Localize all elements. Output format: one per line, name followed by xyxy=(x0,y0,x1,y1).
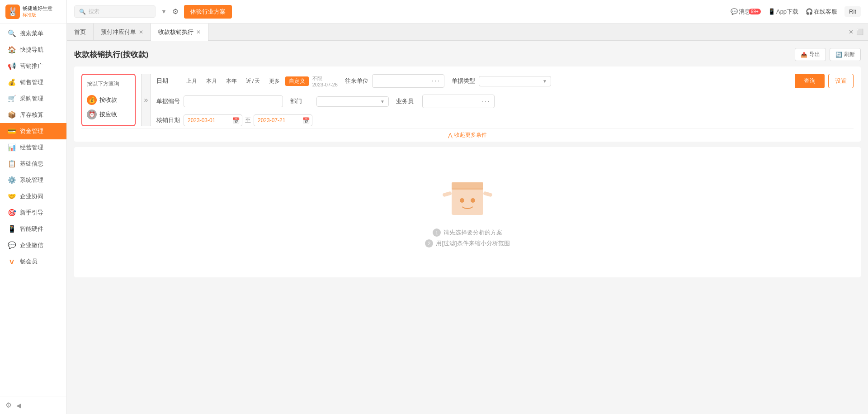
receivable-icon: ⏰ xyxy=(87,109,97,119)
sidebar-item-member[interactable]: V 畅会员 xyxy=(0,253,66,270)
dept-field: 部门 ▼ xyxy=(290,96,389,107)
settings-icon[interactable]: ⚙ xyxy=(5,401,12,409)
sidebar-item-wechat[interactable]: 💬 企业微信 xyxy=(0,237,66,253)
app-name: 畅捷通好生意 xyxy=(23,5,52,11)
verify-date-end-wrap: 📅 xyxy=(254,114,312,126)
sidebar-item-hardware[interactable]: 📱 智能硬件 xyxy=(0,221,66,237)
sidebar: 🐰 畅捷通好生意 标准版 🔍 搜索菜单 🏠 快捷导航 📢 营销推广 💰 销售管理… xyxy=(0,0,67,414)
svg-rect-1 xyxy=(452,182,483,190)
filter-body: 按以下方查询 💰 按收款 ⏰ 按应收 » xyxy=(81,74,854,126)
search-bar[interactable]: 🔍 搜索 xyxy=(74,5,156,18)
close-window-icon[interactable]: ✕ xyxy=(849,29,854,35)
filter-panel: 按以下方查询 💰 按收款 ⏰ 按应收 » xyxy=(74,67,861,142)
empty-hint-2: 2 用[过滤]条件来缩小分析范围 xyxy=(425,239,509,247)
tab2-close-icon[interactable]: ✕ xyxy=(196,29,201,35)
service-icon: 🎧 xyxy=(806,8,813,15)
sidebar-item-basics[interactable]: 📋 基础信息 xyxy=(0,156,66,172)
tabbar: 首页 预付冲应付单 ✕ 收款核销执行 ✕ ✕ ⬜ xyxy=(67,24,868,41)
page-content: 收款核销执行(按收款) 📤 导出 🔄 刷新 按以下方查询 💰 xyxy=(67,41,868,414)
flash-icon: 🏠 xyxy=(7,46,16,54)
maximize-window-icon[interactable]: ⬜ xyxy=(856,29,863,35)
date-custom-btn[interactable]: 自定义 xyxy=(285,76,309,86)
online-service-btn[interactable]: 🎧 在线客服 xyxy=(806,8,837,16)
counterparty-dots-icon[interactable]: ··· xyxy=(432,77,440,85)
nav-menu: 🔍 搜索菜单 🏠 快捷导航 📢 营销推广 💰 销售管理 🛒 采购管理 📦 库存核… xyxy=(0,24,66,396)
filter-type-selector: 按以下方查询 💰 按收款 ⏰ 按应收 xyxy=(81,74,136,126)
verify-date-start-wrap: 📅 xyxy=(184,114,242,126)
sidebar-bottom: ⚙ ◀ xyxy=(0,396,66,414)
bill-type-select[interactable]: ▼ xyxy=(479,76,551,86)
setting-button[interactable]: 设置 xyxy=(828,74,854,88)
date-more-btn[interactable]: 更多 xyxy=(265,76,283,86)
filter-row-3: 核销日期 📅 至 📅 xyxy=(156,114,854,126)
bill-no-label: 单据编号 xyxy=(156,97,180,105)
sidebar-item-guide[interactable]: 🎯 新手引导 xyxy=(0,205,66,221)
topbar-chevron-icon[interactable]: ▼ xyxy=(161,8,167,15)
verify-date-start-calendar-icon[interactable]: 📅 xyxy=(232,117,240,124)
sidebar-item-enterprise[interactable]: 🤝 企业协同 xyxy=(0,188,66,205)
sales-icon: 💰 xyxy=(7,78,16,86)
gear-icon[interactable]: ⚙ xyxy=(172,7,179,16)
tabbar-window-actions: ✕ ⬜ xyxy=(844,29,868,35)
page-actions: 📤 导出 🔄 刷新 xyxy=(795,48,861,61)
export-button[interactable]: 📤 导出 xyxy=(795,48,826,61)
topbar-right: 💬 消息 99+ 📱 App下载 🎧 在线客服 Rit xyxy=(731,6,861,17)
date-this-year-btn[interactable]: 本年 xyxy=(222,76,241,86)
salesperson-dots-icon[interactable]: ··· xyxy=(482,97,491,105)
svg-point-3 xyxy=(471,198,475,203)
salesperson-field: 业务员 ··· xyxy=(396,95,495,108)
bill-no-field: 单据编号 xyxy=(156,95,283,107)
user-name[interactable]: Rit xyxy=(844,6,861,17)
export-icon: 📤 xyxy=(801,52,807,58)
sidebar-item-quick-nav[interactable]: 🏠 快捷导航 xyxy=(0,42,66,58)
tab-home[interactable]: 首页 xyxy=(67,24,94,41)
system-icon: ⚙️ xyxy=(7,176,16,184)
message-badge: 99+ xyxy=(749,9,761,14)
filter-by-receivable[interactable]: ⏰ 按应收 xyxy=(87,109,130,119)
sidebar-item-purchase[interactable]: 🛒 采购管理 xyxy=(0,90,66,107)
verify-date-end-calendar-icon[interactable]: 📅 xyxy=(302,117,310,124)
collapse-sidebar-icon[interactable]: ◀ xyxy=(16,402,21,409)
date-nolimit-text: 不限 2023-07-26 xyxy=(312,75,338,87)
tab-prepay[interactable]: 预付冲应付单 ✕ xyxy=(94,24,151,41)
main-area: 🔍 搜索 ▼ ⚙ 体验行业方案 💬 消息 99+ 📱 App下载 🎧 在线客服 … xyxy=(67,0,868,414)
verify-date-range: 📅 至 📅 xyxy=(184,114,312,126)
verify-date-field: 核销日期 📅 至 📅 xyxy=(156,114,312,126)
dept-select[interactable]: ▼ xyxy=(316,96,389,107)
query-button[interactable]: 查询 xyxy=(795,74,825,88)
sidebar-item-finance[interactable]: 💳 资金管理 xyxy=(0,123,66,139)
topbar: 🔍 搜索 ▼ ⚙ 体验行业方案 💬 消息 99+ 📱 App下载 🎧 在线客服 … xyxy=(67,0,868,24)
filter-row-2: 单据编号 部门 ▼ 业务员 xyxy=(156,95,854,108)
search-icon: 🔍 xyxy=(7,29,16,38)
collapse-arrow-icon: ⋀ xyxy=(448,132,453,138)
date-this-month-btn[interactable]: 本月 xyxy=(203,76,221,86)
tab-write-off[interactable]: 收款核销执行 ✕ xyxy=(151,24,208,41)
sidebar-item-sales[interactable]: 💰 销售管理 xyxy=(0,74,66,90)
svg-rect-4 xyxy=(442,191,452,197)
sidebar-item-system[interactable]: ⚙️ 系统管理 xyxy=(0,172,66,188)
download-icon: 📱 xyxy=(768,8,775,15)
empty-state: 1 请先选择要分析的方案 2 用[过滤]条件来缩小分析范围 xyxy=(74,147,861,277)
bill-type-label: 单据类型 xyxy=(452,77,475,85)
date-last-month-btn[interactable]: 上月 xyxy=(183,76,201,86)
empty-illustration xyxy=(440,174,495,219)
industry-solution-button[interactable]: 体验行业方案 xyxy=(184,5,232,19)
tab1-close-icon[interactable]: ✕ xyxy=(139,29,143,35)
sidebar-item-operations[interactable]: 📊 经营管理 xyxy=(0,139,66,156)
search-icon: 🔍 xyxy=(79,9,86,15)
filter-by-receipt[interactable]: 💰 按收款 xyxy=(87,95,130,105)
counterparty-input[interactable]: ··· xyxy=(372,74,444,88)
sidebar-item-inventory[interactable]: 📦 库存核算 xyxy=(0,107,66,123)
filter-collapse-button[interactable]: » xyxy=(141,74,151,126)
message-btn[interactable]: 💬 消息 99+ xyxy=(731,8,761,16)
refresh-button[interactable]: 🔄 刷新 xyxy=(830,48,861,61)
collapse-more-btn[interactable]: ⋀ 收起更多条件 xyxy=(81,128,854,142)
app-download-btn[interactable]: 📱 App下载 xyxy=(768,8,798,16)
salesperson-input[interactable]: ··· xyxy=(422,95,495,108)
date-7days-btn[interactable]: 近7天 xyxy=(242,76,264,86)
sidebar-item-search[interactable]: 🔍 搜索菜单 xyxy=(0,25,66,42)
marketing-icon: 📢 xyxy=(7,62,16,70)
bill-no-input[interactable] xyxy=(184,95,283,107)
svg-rect-5 xyxy=(483,191,492,197)
sidebar-item-marketing[interactable]: 📢 营销推广 xyxy=(0,58,66,74)
